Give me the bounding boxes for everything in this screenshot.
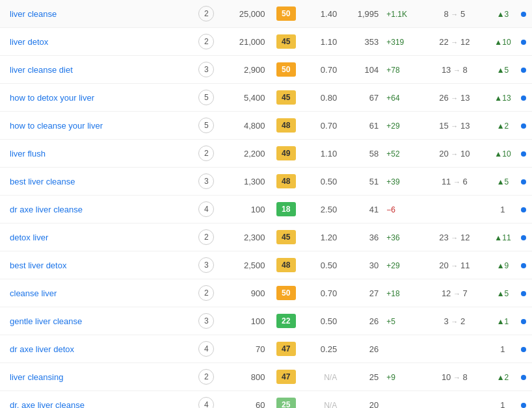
traffic-value: 67 [341, 84, 382, 112]
kd-badge: 48 [276, 118, 296, 133]
position-change: 20 → 11 [420, 251, 488, 279]
table-row[interactable]: dr. axe liver cleanse46025N/A201 [0, 391, 532, 409]
arrow-icon: → [451, 318, 458, 325]
position-change: 15 → 13 [420, 112, 488, 140]
row-indicator [517, 112, 532, 140]
cpc-value: 0.70 [303, 56, 341, 84]
pos-from: 22 [439, 37, 448, 47]
table-row[interactable]: detox liver22,300451.2036+3623 → 12▲11 [0, 223, 532, 251]
cpc-value: 0.70 [303, 112, 341, 140]
search-volume: 800 [224, 363, 269, 391]
table-row[interactable]: liver cleanse diet32,900500.70104+7813 →… [0, 56, 532, 84]
position-delta: ▲11 [488, 223, 516, 251]
row-indicator [517, 56, 532, 84]
traffic-change: +1.1K [382, 0, 420, 28]
keyword-link[interactable]: cleanse liver [10, 288, 57, 298]
traffic-value: 104 [341, 56, 382, 84]
position-change: 12 → 7 [420, 279, 488, 307]
keyword-link[interactable]: liver cleansing [10, 372, 63, 382]
position-change: 26 → 13 [420, 84, 488, 112]
blue-dot-icon [521, 235, 526, 240]
word-count-badge: 2 [198, 369, 214, 385]
row-indicator [517, 196, 532, 223]
keyword-link[interactable]: detox liver [10, 233, 48, 242]
kd-badge: 48 [276, 258, 296, 272]
keyword-link[interactable]: best liver cleanse [10, 177, 75, 186]
table-row[interactable]: how to detox your liver55,400450.8067+64… [0, 84, 532, 112]
traffic-value: 51 [341, 168, 382, 196]
keyword-link[interactable]: dr axe liver detox [10, 344, 74, 354]
arrow-icon: → [453, 290, 460, 298]
table-row[interactable]: cleanse liver2900500.7027+1812 → 7▲5 [0, 279, 532, 307]
blue-dot-icon [521, 40, 526, 45]
pos-to: 8 [463, 65, 468, 75]
traffic-value: 26 [341, 307, 382, 335]
traffic-change [382, 335, 420, 363]
pos-to: 6 [463, 177, 468, 186]
word-count-badge: 2 [198, 229, 214, 245]
blue-dot-icon [521, 263, 526, 268]
position-change: 22 → 12 [420, 28, 488, 56]
keyword-link[interactable]: liver cleanse [10, 9, 57, 19]
keyword-link[interactable]: best liver detox [10, 261, 66, 270]
pos-to: 11 [460, 261, 470, 270]
pos-from: 11 [442, 177, 451, 186]
keyword-link[interactable]: liver flush [10, 149, 46, 159]
position-change: 8 → 5 [420, 0, 488, 28]
table-row[interactable]: best liver cleanse31,300480.5051+3911 → … [0, 168, 532, 196]
search-volume: 70 [224, 335, 269, 363]
position-change [420, 335, 488, 363]
blue-dot-icon [521, 319, 526, 324]
blue-dot-icon [521, 123, 526, 129]
search-volume: 2,300 [224, 223, 269, 251]
keyword-link[interactable]: liver cleanse diet [10, 65, 73, 75]
kd-badge: 47 [276, 342, 296, 356]
table-row[interactable]: liver cleanse225,000501.401,995+1.1K8 → … [0, 0, 532, 28]
table-row[interactable]: best liver detox32,500480.5030+2920 → 11… [0, 251, 532, 279]
arrow-icon: → [453, 178, 460, 186]
cpc-value: 1.20 [303, 223, 341, 251]
row-indicator [517, 0, 532, 28]
pos-from: 10 [442, 372, 451, 382]
cpc-value: 0.50 [303, 251, 341, 279]
search-volume: 2,200 [224, 140, 269, 168]
cpc-value: 0.50 [303, 168, 341, 196]
search-volume: 5,400 [224, 84, 269, 112]
traffic-change: +319 [382, 28, 420, 56]
traffic-change: +39 [382, 168, 420, 196]
table-row[interactable]: liver cleansing280047N/A25+910 → 8▲2 [0, 363, 532, 391]
keyword-link[interactable]: dr axe liver cleanse [10, 205, 83, 214]
blue-dot-icon [521, 291, 526, 296]
traffic-value: 58 [341, 140, 382, 168]
keyword-link[interactable]: liver detox [10, 37, 48, 47]
traffic-value: 30 [341, 251, 382, 279]
table-row[interactable]: gentle liver cleanse3100220.5026+53 → 2▲… [0, 307, 532, 335]
table-row[interactable]: liver flush22,200491.1058+5220 → 10▲10 [0, 140, 532, 168]
position-delta: ▲13 [488, 84, 516, 112]
row-indicator [517, 140, 532, 168]
pos-from: 20 [439, 149, 448, 159]
keyword-link[interactable]: how to detox your liver [10, 93, 94, 103]
table-row[interactable]: dr axe liver detox470470.25261 [0, 335, 532, 363]
word-count-badge: 5 [198, 90, 214, 105]
kd-badge: 48 [276, 174, 296, 188]
kd-badge: 47 [276, 370, 296, 384]
keyword-link[interactable]: gentle liver cleanse [10, 316, 82, 326]
arrow-icon: → [451, 10, 458, 18]
traffic-change: +5 [382, 307, 420, 335]
arrow-icon: → [451, 234, 458, 242]
position-delta: ▲1 [488, 307, 516, 335]
traffic-change: +29 [382, 112, 420, 140]
blue-dot-icon [521, 68, 526, 73]
position-delta: ▲5 [488, 168, 516, 196]
traffic-value: 36 [341, 223, 382, 251]
table-row[interactable]: liver detox221,000451.10353+31922 → 12▲1… [0, 28, 532, 56]
pos-from: 3 [444, 316, 448, 326]
cpc-value: N/A [303, 363, 341, 391]
table-row[interactable]: dr axe liver cleanse4100182.5041−61 [0, 196, 532, 223]
keyword-link[interactable]: dr. axe liver cleanse [10, 400, 85, 409]
keyword-link[interactable]: how to cleanse your liver [10, 121, 103, 131]
position-delta: ▲2 [488, 363, 516, 391]
search-volume: 21,000 [224, 28, 269, 56]
table-row[interactable]: how to cleanse your liver54,800480.7061+… [0, 112, 532, 140]
